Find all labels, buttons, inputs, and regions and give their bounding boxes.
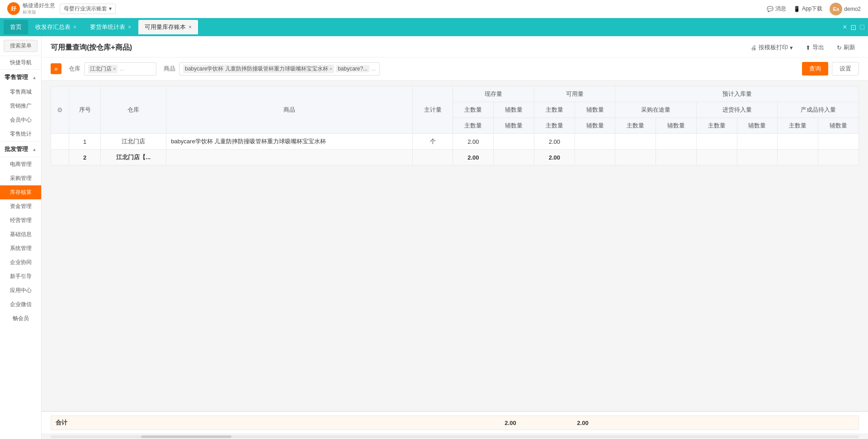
col-unit-header: 主计量 (412, 86, 453, 134)
av-aux: 辅数量 (575, 118, 615, 134)
wholesale-label: 批发管理 (5, 145, 28, 153)
sidebar-item-member[interactable]: 畅会员 (0, 312, 41, 326)
row2-pp-aux (818, 150, 859, 165)
print-btn[interactable]: 🖨 按模板打印 ▾ (747, 42, 797, 53)
row1-pt-main (615, 134, 656, 150)
sidebar-item-operations[interactable]: 经营管理 (0, 213, 41, 227)
sidebar-item-ecommerce[interactable]: 电商管理 (0, 157, 41, 171)
sidebar-item-newbie[interactable]: 新手引导 (0, 269, 41, 283)
logo-text: 畅捷通好生意 (23, 2, 55, 9)
sidebar-item-purchase[interactable]: 采购管理 (0, 171, 41, 185)
table-footer: 合计 2.00 2.00 (42, 411, 868, 434)
sidebar-item-basic[interactable]: 基础信息 (0, 227, 41, 241)
production-pending-header: 产成品待入量 (778, 102, 859, 118)
pt-aux: 辅数量 (656, 118, 697, 134)
tab-receive-send-label: 收发存汇总表 (35, 23, 71, 31)
row1-unit: 个 (412, 134, 453, 150)
product-input[interactable]: babycare学饮杯 儿童防摔防撞吸管杯重力球吸嘴杯宝宝水杯 × babyca… (179, 62, 380, 76)
current-aux-qty-header: 辅数量 (494, 102, 534, 118)
refresh-label: 刷新 (844, 43, 855, 52)
sidebar-item-member-center[interactable]: 会员中心 (0, 113, 41, 127)
industry-chevron-icon: ▾ (109, 5, 112, 12)
sidebar-section-wholesale-header[interactable]: 批发管理 ▲ (0, 142, 41, 157)
industry-selector[interactable]: 母婴行业演示账套 ▾ (60, 4, 116, 14)
warehouse-tag-remove[interactable]: × (113, 66, 116, 71)
wholesale-arrow-icon: ▲ (32, 147, 37, 152)
tab-receive-send[interactable]: 收发存汇总表 × (29, 20, 83, 34)
col-settings-header[interactable]: ⚙ (51, 86, 69, 134)
refresh-btn[interactable]: ↻ 刷新 (833, 42, 859, 53)
product-tag-1-remove[interactable]: × (330, 66, 332, 71)
tab-home[interactable]: 首页 (4, 20, 28, 34)
export-btn[interactable]: ⬆ 导出 (802, 42, 828, 53)
product-tag-2-text: babycare?... (338, 66, 368, 72)
content-area: 可用量查询(按仓库+商品) 🖨 按模板打印 ▾ ⬆ 导出 ↻ 刷新 (42, 36, 868, 439)
message-btn[interactable]: 💬 消息 (767, 5, 786, 13)
tab-available-stock-close[interactable]: × (189, 24, 192, 30)
print-chevron-icon: ▾ (790, 44, 793, 51)
row2-pt-main (615, 150, 656, 165)
row1-avail-main: 2.00 (534, 134, 575, 150)
product-label: 商品 (164, 65, 175, 73)
sidebar-item-retail-mall[interactable]: 零售商城 (0, 85, 41, 99)
row2-avail-main: 2.00 (534, 150, 575, 165)
page-header-actions: 🖨 按模板打印 ▾ ⬆ 导出 ↻ 刷新 (747, 42, 859, 53)
filter-expand-btn[interactable]: » (51, 63, 61, 74)
sidebar-item-marketing[interactable]: 营销推广 (0, 99, 41, 113)
close-window-icon[interactable]: × (843, 23, 847, 31)
tab-order-stats-close[interactable]: × (128, 24, 131, 30)
row2-current-main: 2.00 (453, 150, 494, 165)
settings-button[interactable]: 设置 (832, 62, 859, 76)
sidebar-item-inventory[interactable]: 库存核算 (0, 185, 41, 199)
sidebar-section-retail-header[interactable]: 零售管理 ▲ (0, 70, 41, 85)
search-menu-btn[interactable]: 搜索菜单 (4, 40, 38, 52)
scrollbar-thumb[interactable] (141, 435, 231, 438)
expand-icon: » (54, 65, 58, 72)
filter-actions: 查询 设置 (802, 62, 859, 76)
row1-pp-main (778, 134, 818, 150)
user-profile[interactable]: Ea demo2 (830, 3, 861, 15)
export-label: 导出 (812, 43, 824, 52)
user-name: demo2 (844, 6, 861, 12)
app-download-btn[interactable]: 📱 App下载 (793, 5, 822, 13)
refresh-icon: ↻ (837, 44, 842, 51)
row1-settings (51, 134, 69, 150)
sidebar-item-system[interactable]: 系统管理 (0, 241, 41, 255)
tab-available-stock[interactable]: 可用量库存账本 × (138, 20, 198, 34)
sidebar-item-retail-stats[interactable]: 零售统计 (0, 127, 41, 141)
cs-main: 主数量 (453, 118, 494, 134)
tab-order-stats[interactable]: 要货单统计表 × (84, 20, 137, 34)
row2-ip-aux (737, 150, 778, 165)
row2-product (166, 150, 413, 165)
sidebar-item-enterprise[interactable]: 企业协同 (0, 255, 41, 269)
logo-sub: 标准版 (23, 9, 55, 15)
sidebar-item-wechat[interactable]: 企业微信 (0, 297, 41, 312)
product-more-btn[interactable]: ... (371, 66, 376, 72)
tab-actions: × ⊡ □ (843, 23, 864, 32)
minimize-icon[interactable]: ⊡ (850, 23, 856, 32)
settings-gear-icon[interactable]: ⚙ (57, 106, 63, 113)
sidebar-item-appstore[interactable]: 应用中心 (0, 283, 41, 297)
print-label: 按模板打印 (759, 43, 788, 52)
pp-aux: 辅数量 (818, 118, 859, 134)
quick-nav-btn[interactable]: 快捷导航 (0, 56, 41, 70)
avatar: Ea (830, 3, 842, 15)
filter-bar: » 仓库 江北门店 × ... 商品 babycare学饮杯 儿童防摔防撞吸管杯… (42, 57, 868, 80)
warehouse-input[interactable]: 江北门店 × ... (84, 62, 156, 76)
retail-label: 零售管理 (5, 73, 28, 81)
sidebar-item-finance[interactable]: 资金管理 (0, 199, 41, 213)
top-bar: 好 畅捷通好生意 标准版 母婴行业演示账套 ▾ 💬 消息 📱 App下载 Ea … (0, 0, 868, 18)
row2-ip-main (696, 150, 737, 165)
export-icon: ⬆ (806, 44, 811, 51)
warehouse-more-btn[interactable]: ... (119, 66, 124, 72)
query-button[interactable]: 查询 (802, 62, 828, 76)
main-layout: 搜索菜单 快捷导航 零售管理 ▲ 零售商城 营销推广 会员中心 零售统计 批发管… (0, 36, 868, 439)
message-icon: 💬 (767, 6, 774, 12)
app-icon: 📱 (793, 6, 800, 12)
product-tag-1-text: babycare学饮杯 儿童防摔防撞吸管杯重力球吸嘴杯宝宝水杯 (185, 65, 328, 73)
maximize-icon[interactable]: □ (860, 23, 864, 31)
tab-receive-send-close[interactable]: × (73, 24, 76, 30)
row2-unit (412, 150, 453, 165)
tab-home-label: 首页 (10, 23, 22, 31)
tab-available-stock-label: 可用量库存账本 (145, 23, 186, 31)
